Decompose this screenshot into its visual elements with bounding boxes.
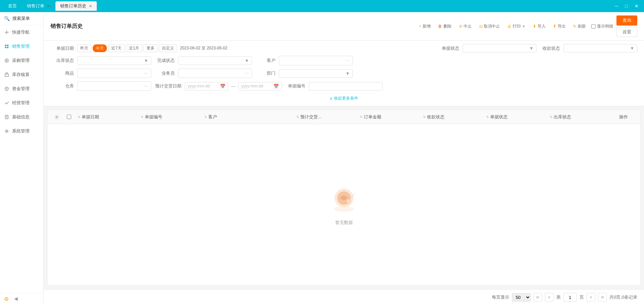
th-amount-label: 订单金额 <box>364 114 381 120</box>
goods-input[interactable]: ··· <box>77 69 151 78</box>
svg-point-10 <box>6 130 7 132</box>
date-today[interactable]: 今天 <box>93 44 107 52</box>
print-dropdown-icon: ▼ <box>522 25 525 28</box>
dept-arrow-icon: ▼ <box>345 71 350 76</box>
delete-button[interactable]: 🗑 删除 <box>436 22 454 31</box>
sidebar-collapse-icon[interactable]: ◀ <box>14 296 18 302</box>
date-filter-value: 昨天 今天 近7天 近1月 更多 自定义 2023-06-02 至 2023-0… <box>77 44 436 52</box>
display-columns-input[interactable] <box>591 24 596 29</box>
warehouse-label: 仓库 <box>50 83 77 89</box>
goods-label: 商品 <box>50 70 77 76</box>
bill-status-select[interactable]: ▼ <box>463 44 536 52</box>
tab-sales-order-close[interactable]: ✕ <box>47 4 50 8</box>
complete-status-select[interactable]: ▼ <box>178 56 252 65</box>
page-number-input[interactable] <box>563 293 577 302</box>
collapse-button[interactable]: ∧ 收起更多条件 <box>50 94 637 103</box>
th-bill-status[interactable]: ⇅ 单据状态 <box>483 114 547 120</box>
sidebar-settings-icon[interactable]: ⚙ <box>4 296 9 302</box>
main-layout: 🔍 搜索菜单 快捷导航 销售管理 采购管理 库存核算 <box>0 12 644 305</box>
page-size-select[interactable]: 50 100 200 <box>512 293 531 302</box>
date-yesterday[interactable]: 昨天 <box>77 44 91 52</box>
close-window-btn[interactable]: ✕ <box>633 3 641 9</box>
sidebar-item-finance[interactable]: 资金管理 <box>0 82 43 96</box>
column-settings-icon[interactable] <box>51 114 63 120</box>
import-button[interactable]: ⬇ 导入 <box>531 22 548 31</box>
th-date[interactable]: ⇅ 单据日期 <box>75 114 138 120</box>
display-columns-checkbox[interactable]: 显示明细 <box>591 24 613 29</box>
export-button[interactable]: ⬆ 导出 <box>551 22 568 31</box>
calendar-end-icon[interactable]: 📅 <box>273 84 279 89</box>
print-button[interactable]: 🖨 打印 ▼ <box>505 22 527 31</box>
sidebar-item-sales[interactable]: 销售管理 <box>0 39 43 53</box>
th-customer[interactable]: ⇅ 客户 <box>202 114 294 120</box>
sidebar-item-basic-info[interactable]: 基础信息 <box>0 110 43 124</box>
sidebar-item-purchase[interactable]: 采购管理 <box>0 53 43 68</box>
tab-home[interactable]: 首页 <box>3 1 22 11</box>
refresh-button[interactable]: ↻ 刷新 <box>571 22 588 31</box>
warehouse-input[interactable]: ··· <box>77 81 151 91</box>
window-controls: ─ □ ✕ <box>613 3 641 9</box>
bill-status-arrow-icon: ▼ <box>529 46 533 51</box>
expected-date-end[interactable]: yyyy-mm-dd 📅 <box>238 82 282 90</box>
th-date-sort-icon: ⇅ <box>78 115 80 119</box>
customer-input[interactable]: ··· <box>279 56 353 65</box>
filter-row-1: 单据日期 昨天 今天 近7天 近1月 更多 自定义 2023-06-02 至 2… <box>50 44 637 52</box>
date-custom[interactable]: 自定义 <box>159 44 177 52</box>
sidebar-item-operations[interactable]: 经营管理 <box>0 96 43 110</box>
filter-area: 单据日期 昨天 今天 近7天 近1月 更多 自定义 2023-06-02 至 2… <box>44 41 644 106</box>
date-1month[interactable]: 近1月 <box>126 44 142 52</box>
query-button[interactable]: 查询 <box>616 15 637 26</box>
svg-rect-5 <box>5 74 9 76</box>
dept-label: 部门 <box>252 70 279 76</box>
svg-rect-3 <box>7 47 8 48</box>
tab-sales-order-history[interactable]: 销售订单历史 ✕ <box>55 1 97 11</box>
expected-date-start[interactable]: yyyy-mm-dd 📅 <box>185 82 228 90</box>
setting-button[interactable]: 设置 <box>616 27 637 37</box>
bill-no-input[interactable] <box>309 82 383 90</box>
sidebar-item-quick-nav[interactable]: 快捷导航 <box>0 25 43 39</box>
dept-select[interactable]: ▼ <box>279 69 353 78</box>
th-warehouse-status[interactable]: ⇅ 出库状态 <box>547 114 610 120</box>
filter-row-4: 仓库 ··· 预计交货日期 yyyy-mm-dd 📅 — yyyy-mm-dd … <box>50 81 637 91</box>
maximize-btn[interactable]: □ <box>623 3 630 9</box>
tab-sales-order[interactable]: 销售订单 ✕ <box>22 1 55 11</box>
sidebar-item-sales-label: 销售管理 <box>12 43 30 49</box>
th-bill-label: 单据状态 <box>490 114 508 120</box>
next-page-btn[interactable] <box>587 293 595 302</box>
date-more[interactable]: 更多 <box>143 44 158 52</box>
warehouse-dots-icon[interactable]: ··· <box>144 83 148 89</box>
query-btn-group: 查询 设置 <box>616 15 637 37</box>
minimize-btn[interactable]: ─ <box>613 3 620 9</box>
payment-status-select[interactable]: ▼ <box>563 44 637 52</box>
cancel-stop-button[interactable]: ◎ 取消中止 <box>477 22 502 31</box>
th-payment-status[interactable]: ⇅ 收款状态 <box>420 114 483 120</box>
stop-button[interactable]: ⊘ 中止 <box>457 22 474 31</box>
th-warehouse-label: 出库状态 <box>554 114 571 120</box>
sidebar-item-system[interactable]: 系统管理 <box>0 124 43 138</box>
customer-label: 客户 <box>252 58 279 64</box>
customer-dots-icon[interactable]: ··· <box>345 58 350 64</box>
last-page-btn[interactable] <box>598 293 607 302</box>
salesperson-input[interactable]: ··· <box>178 69 252 78</box>
th-bill-no[interactable]: ⇅ 单据编号 <box>138 114 201 120</box>
date-7days[interactable]: 近7天 <box>108 44 125 52</box>
prev-page-btn[interactable] <box>545 293 554 302</box>
calendar-start-icon[interactable]: 📅 <box>220 84 225 89</box>
th-amount[interactable]: ⇅ 订单金额 <box>357 114 420 120</box>
goods-dots-icon[interactable]: ··· <box>144 70 148 76</box>
bill-no-label: 单据编号 <box>282 83 309 89</box>
salesperson-dots-icon[interactable]: ··· <box>245 70 249 76</box>
display-columns-label: 显示明细 <box>597 24 613 29</box>
table-area: ⇅ 单据日期 ⇅ 单据编号 ⇅ 客户 ⇅ 预计交货... ⇅ 订单金额 <box>47 110 641 286</box>
sales-icon <box>4 44 9 49</box>
first-page-btn[interactable] <box>533 293 542 302</box>
select-all-checkbox[interactable] <box>63 115 75 119</box>
tab-sales-order-history-close[interactable]: ✕ <box>89 4 92 8</box>
sidebar-search[interactable]: 🔍 搜索菜单 <box>0 12 43 25</box>
warehouse-status-select[interactable]: ▼ <box>77 56 151 65</box>
th-expected-date[interactable]: ⇅ 预计交货... <box>294 114 357 120</box>
svg-point-16 <box>347 199 350 203</box>
add-button[interactable]: + 新增 <box>417 22 433 31</box>
sidebar-item-inventory[interactable]: 库存核算 <box>0 68 43 82</box>
basic-info-icon <box>4 114 9 120</box>
